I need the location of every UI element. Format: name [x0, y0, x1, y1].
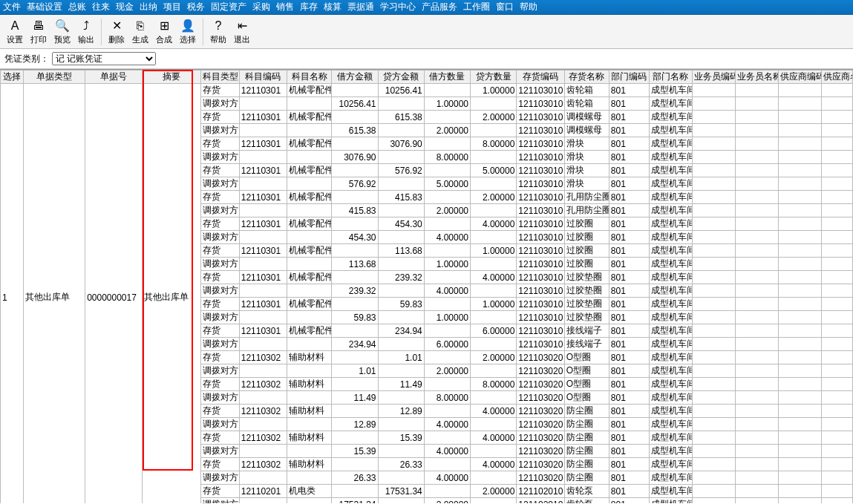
- cell[interactable]: 调模螺母: [564, 111, 609, 124]
- cell[interactable]: 15.39: [332, 445, 378, 458]
- cell[interactable]: [287, 338, 332, 351]
- cell[interactable]: [239, 204, 287, 217]
- cell[interactable]: 801: [609, 284, 649, 298]
- cell[interactable]: 4.00000: [424, 445, 470, 458]
- cell[interactable]: 121103010: [517, 298, 564, 311]
- cell[interactable]: [822, 351, 853, 364]
- cell[interactable]: 801: [609, 244, 649, 258]
- cell[interactable]: [822, 498, 853, 504]
- cell[interactable]: [779, 191, 822, 204]
- cell[interactable]: 辅助材料: [287, 351, 332, 364]
- cell[interactable]: 801: [609, 124, 649, 137]
- cell[interactable]: [692, 445, 735, 458]
- cell[interactable]: [471, 284, 517, 298]
- cell[interactable]: 成型机车间: [649, 298, 692, 311]
- cell[interactable]: 成型机车间: [649, 177, 692, 191]
- cell[interactable]: [378, 124, 424, 137]
- cell[interactable]: 12110302: [239, 431, 287, 445]
- cell[interactable]: [822, 231, 853, 244]
- cell[interactable]: 121103010: [517, 217, 564, 231]
- cell[interactable]: 过胶垫圈: [564, 271, 609, 284]
- cell[interactable]: 机械零配件: [287, 217, 332, 231]
- cell[interactable]: 机械零配件: [287, 137, 332, 151]
- cell[interactable]: 成型机车间: [649, 458, 692, 471]
- cell[interactable]: [779, 271, 822, 284]
- menu-item[interactable]: 库存: [300, 1, 318, 13]
- cell[interactable]: 121102010: [517, 485, 564, 498]
- cell[interactable]: 121103010: [517, 164, 564, 177]
- cell[interactable]: [332, 191, 378, 204]
- cell[interactable]: [736, 351, 779, 364]
- cell[interactable]: [424, 485, 470, 498]
- cell[interactable]: [736, 97, 779, 111]
- cell[interactable]: [424, 244, 470, 258]
- cell[interactable]: 成型机车间: [649, 391, 692, 405]
- cell[interactable]: 801: [609, 97, 649, 111]
- cell[interactable]: 滑块: [564, 177, 609, 191]
- cell[interactable]: 调拨对方: [200, 311, 239, 324]
- cell[interactable]: 调拨对方: [200, 231, 239, 244]
- column-header[interactable]: 科目类型: [200, 71, 239, 84]
- cell[interactable]: 121103010: [517, 324, 564, 338]
- cell[interactable]: 成型机车间: [649, 338, 692, 351]
- cell[interactable]: [332, 84, 378, 97]
- menu-item[interactable]: 销售: [276, 1, 294, 13]
- cell[interactable]: 4.00000: [471, 405, 517, 418]
- cell[interactable]: [736, 271, 779, 284]
- cell[interactable]: 8.00000: [424, 391, 470, 405]
- cell[interactable]: 4.00000: [424, 418, 470, 431]
- cell[interactable]: [287, 151, 332, 164]
- cell[interactable]: 1.00000: [424, 97, 470, 111]
- cell[interactable]: 4.00000: [471, 217, 517, 231]
- exit-button[interactable]: ⇤退出: [230, 16, 254, 48]
- cell[interactable]: 801: [609, 364, 649, 378]
- cell[interactable]: 成型机车间: [649, 324, 692, 338]
- cell[interactable]: 12110301: [239, 84, 287, 97]
- cell[interactable]: [692, 338, 735, 351]
- select-button[interactable]: 👤选择: [176, 16, 200, 48]
- cell[interactable]: [779, 137, 822, 151]
- column-header[interactable]: 存货名称: [564, 71, 609, 84]
- cell[interactable]: 调拨对方: [200, 284, 239, 298]
- cell[interactable]: 成型机车间: [649, 258, 692, 271]
- settings-button[interactable]: A设置: [3, 16, 27, 48]
- cell[interactable]: [692, 418, 735, 431]
- column-header[interactable]: 借方数量: [424, 71, 470, 84]
- cell[interactable]: 孔用防尘圈: [564, 191, 609, 204]
- preview-button[interactable]: 🔍预览: [50, 16, 74, 48]
- cell[interactable]: [692, 378, 735, 391]
- cell[interactable]: [779, 311, 822, 324]
- cell[interactable]: [736, 177, 779, 191]
- cell[interactable]: [378, 231, 424, 244]
- cell[interactable]: 11.49: [332, 391, 378, 405]
- cell[interactable]: [692, 458, 735, 471]
- cell[interactable]: 121103010: [517, 258, 564, 271]
- cell[interactable]: [692, 311, 735, 324]
- cell[interactable]: [692, 364, 735, 378]
- cell[interactable]: 8.00000: [471, 378, 517, 391]
- cell[interactable]: 239.32: [378, 271, 424, 284]
- cell[interactable]: [692, 231, 735, 244]
- cell[interactable]: [779, 164, 822, 177]
- cell[interactable]: 576.92: [332, 177, 378, 191]
- cell[interactable]: [239, 418, 287, 431]
- cell[interactable]: 接线端子: [564, 338, 609, 351]
- cell[interactable]: 成型机车间: [649, 471, 692, 485]
- cell[interactable]: [332, 244, 378, 258]
- cell[interactable]: [779, 445, 822, 458]
- cell[interactable]: 415.83: [332, 204, 378, 217]
- cell[interactable]: [239, 284, 287, 298]
- cell[interactable]: 12.89: [332, 418, 378, 431]
- cell[interactable]: [378, 445, 424, 458]
- cell[interactable]: [692, 217, 735, 231]
- cell[interactable]: 调拨对方: [200, 338, 239, 351]
- cell[interactable]: 存货: [200, 458, 239, 471]
- column-header[interactable]: 部门编码: [609, 71, 649, 84]
- cell[interactable]: [692, 324, 735, 338]
- cell[interactable]: 801: [609, 391, 649, 405]
- cell[interactable]: 成型机车间: [649, 124, 692, 137]
- cell[interactable]: [822, 391, 853, 405]
- cell[interactable]: 防尘圈: [564, 471, 609, 485]
- cell[interactable]: [822, 445, 853, 458]
- cell[interactable]: [692, 258, 735, 271]
